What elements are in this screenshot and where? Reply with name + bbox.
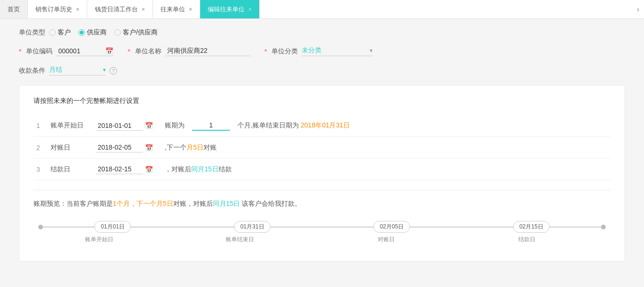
code-input[interactable] <box>56 46 103 56</box>
timeline-label-1: 账单开始日 <box>85 236 113 244</box>
start-date-calendar-icon[interactable]: 📅 <box>145 122 153 129</box>
tab-sales-history[interactable]: 销售订单历史 × <box>28 0 87 18</box>
row-label-1: 账单开始日 <box>51 121 88 130</box>
payment-group: 收款条件 月结 ▾ ? <box>19 66 117 76</box>
name-label: 单位名称 <box>135 47 161 56</box>
code-group: * 单位编码 📅 <box>19 46 113 56</box>
payment-row: 收款条件 月结 ▾ ? <box>19 66 625 76</box>
payment-date-field: 📅 <box>96 164 157 174</box>
payment-date-input[interactable] <box>96 164 143 174</box>
timeline-node-2: 01月31日 <box>234 221 271 233</box>
payment-label: 收款条件 <box>19 67 45 75</box>
start-date-field: 📅 <box>96 121 157 131</box>
row-num-1: 1 <box>34 122 43 129</box>
timeline-node-4: 02月15日 <box>513 221 550 233</box>
preview-text: 账期预览：当前客户账期是1个月，下一个月5日对账，对账后同月15日 该客户会给我… <box>34 198 610 210</box>
setting-row-1: 1 账单开始日 📅 账期为 个月,账单结束日期为 2018年01月31日 <box>34 115 610 137</box>
timeline-node-1: 01月01日 <box>94 221 131 233</box>
radio-circle-supplier <box>78 29 85 36</box>
row-num-3: 3 <box>34 166 43 173</box>
name-group: * 单位名称 <box>127 46 250 56</box>
tab-daily-clear[interactable]: 钱货日清工作台 × <box>87 0 153 18</box>
unit-type-label: 单位类型 <box>19 28 45 37</box>
row-2-highlight: 月5日 <box>186 144 203 151</box>
period-input[interactable] <box>192 120 230 131</box>
tab-partner[interactable]: 往来单位 × <box>153 0 200 18</box>
card-title: 请按照未来的一个完整帐期进行设置 <box>34 97 610 105</box>
timeline-label-2: 账单结束日 <box>226 236 254 244</box>
timeline-line-2 <box>131 227 234 228</box>
preview-p2: 下一个月5日 <box>136 200 173 207</box>
setting-row-2: 2 对账日 📅 ,下一个月5日对账 <box>34 137 610 159</box>
code-input-wrapper: 📅 <box>56 46 113 56</box>
payment-help-icon[interactable]: ? <box>110 67 117 75</box>
reconcile-date-field: 📅 <box>96 143 157 152</box>
radio-both[interactable]: 客户/供应商 <box>114 28 158 37</box>
name-input[interactable] <box>165 46 250 56</box>
payment-arrow-icon: ▾ <box>103 67 106 73</box>
row-3-highlight: 同月15日 <box>191 165 219 173</box>
timeline-label-4: 结款日 <box>518 236 535 244</box>
setting-row-3: 3 结款日 📅 ，对账后同月15日结款 <box>34 159 610 180</box>
tab-close-daily-clear[interactable]: × <box>142 6 145 13</box>
row-num-2: 2 <box>34 144 43 152</box>
row-1-desc-after: 个月,账单结束日期为 2018年01月31日 <box>237 121 350 130</box>
tab-home[interactable]: 首页 <box>0 0 28 18</box>
payment-date-calendar-icon[interactable]: 📅 <box>145 166 153 173</box>
tab-close-edit-partner[interactable]: × <box>248 6 252 13</box>
radio-supplier[interactable]: 供应商 <box>78 28 107 37</box>
timeline-start-dot <box>38 225 43 229</box>
row-3-desc: ，对账后同月15日结款 <box>165 165 232 174</box>
unit-type-group: 单位类型 客户 供应商 客户/供应商 <box>19 28 158 37</box>
reconcile-date-input[interactable] <box>96 143 143 152</box>
row-2-desc: ,下一个月5日对账 <box>165 144 217 152</box>
timeline-badge-3: 02月05日 <box>373 221 410 233</box>
unit-type-row: 单位类型 客户 供应商 客户/供应商 <box>19 28 625 37</box>
code-name-category-row: * 单位编码 📅 * 单位名称 * 单位分类 未分类 ▾ <box>19 46 625 56</box>
timeline-line-1 <box>43 227 94 228</box>
timeline-row: 01月01日 01月31日 02月05日 02月15日 <box>38 221 606 233</box>
payment-value: 月结 <box>49 66 101 74</box>
radio-circle-customer <box>49 29 56 36</box>
timeline-label-3: 对账日 <box>378 236 395 244</box>
timeline-end-dot <box>601 225 606 229</box>
preview-section: 账期预览：当前客户账期是1个月，下一个月5日对账，对账后同月15日 该客户会给我… <box>34 190 610 210</box>
category-select[interactable]: 未分类 ▾ <box>302 46 373 56</box>
timeline-line-4 <box>410 227 513 228</box>
main-content: 单位类型 客户 供应商 客户/供应商 * 单位编码 <box>0 19 644 287</box>
tab-edit-partner[interactable]: 编辑往来单位 × <box>200 0 260 18</box>
radio-customer[interactable]: 客户 <box>49 28 71 37</box>
timeline: 01月01日 01月31日 02月05日 02月15日 <box>34 221 610 236</box>
preview-p4: 同月15日 <box>213 200 240 207</box>
tab-bar: 首页 销售订单历史 × 钱货日清工作台 × 往来单位 × 编辑往来单位 × › <box>0 0 644 19</box>
settings-card: 请按照未来的一个完整帐期进行设置 1 账单开始日 📅 账期为 个月,账单结束日期… <box>19 85 625 262</box>
code-icon[interactable]: 📅 <box>105 47 113 55</box>
timeline-badge-4: 02月15日 <box>513 221 550 233</box>
category-label: 单位分类 <box>271 47 298 56</box>
code-required: * <box>19 48 21 55</box>
code-label: 单位编码 <box>26 47 52 56</box>
payment-select[interactable]: 月结 ▾ <box>49 66 106 76</box>
row-1-highlight: 2018年01月31日 <box>301 121 350 129</box>
name-required: * <box>127 48 130 55</box>
timeline-badge-1: 01月01日 <box>94 221 131 233</box>
row-1-desc-before: 账期为 <box>165 121 185 130</box>
category-value: 未分类 <box>302 46 368 55</box>
radio-group: 客户 供应商 客户/供应商 <box>49 28 158 37</box>
timeline-line-5 <box>550 227 601 228</box>
timeline-line-3 <box>271 227 374 228</box>
tab-close-sales-history[interactable]: × <box>76 6 79 13</box>
reconcile-date-calendar-icon[interactable]: 📅 <box>145 144 153 152</box>
timeline-badge-2: 01月31日 <box>234 221 271 233</box>
timeline-node-3: 02月05日 <box>373 221 410 233</box>
tab-more-arrow[interactable]: › <box>632 0 644 18</box>
start-date-input[interactable] <box>96 121 143 131</box>
radio-circle-both <box>114 29 121 36</box>
row-label-2: 对账日 <box>51 144 88 152</box>
row-label-3: 结款日 <box>51 165 88 174</box>
category-arrow-icon: ▾ <box>370 47 373 54</box>
category-group: * 单位分类 未分类 ▾ <box>264 46 373 56</box>
preview-p1: 1个月， <box>113 200 136 207</box>
category-required: * <box>264 48 267 55</box>
tab-close-partner[interactable]: × <box>189 6 192 13</box>
